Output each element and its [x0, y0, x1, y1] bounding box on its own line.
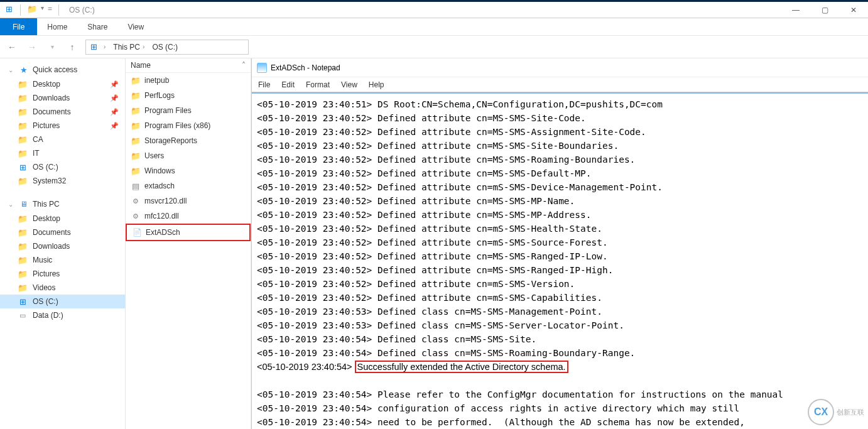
file-list[interactable]: Name ˄ inetpubPerfLogsProgram FilesProgr…: [126, 58, 251, 429]
folder-icon: [131, 90, 141, 100]
sidebar-item[interactable]: Pictures📌: [0, 119, 125, 133]
sidebar-item[interactable]: Music: [0, 253, 125, 267]
file-row[interactable]: Windows: [126, 163, 251, 178]
sidebar-item[interactable]: OS (C:): [0, 295, 125, 308]
address-bar[interactable]: › This PC› OS (C:): [85, 40, 249, 55]
osdisk-icon: [18, 162, 28, 172]
folder-icon: [18, 214, 28, 224]
close-button[interactable]: ✕: [839, 2, 868, 18]
breadcrumb-root[interactable]: ›: [101, 43, 108, 50]
explorer-titlebar: ▾ = OS (C:) — ▢ ✕: [0, 2, 868, 18]
sidebar-item-label: Music: [33, 256, 52, 264]
folder-icon: [18, 107, 28, 117]
sidebar-item-label: Downloads: [33, 94, 70, 102]
sidebar-item[interactable]: Desktop📌: [0, 77, 125, 91]
qat-equals-icon[interactable]: =: [48, 4, 52, 16]
minimize-button[interactable]: —: [781, 2, 810, 18]
sidebar-item-label: Pictures: [33, 269, 60, 278]
sidebar-item[interactable]: System32: [0, 174, 125, 188]
qat-dropdown-icon[interactable]: ▾: [41, 4, 44, 16]
file-name: Windows: [144, 166, 175, 175]
folder-icon: [18, 121, 28, 131]
maximize-button[interactable]: ▢: [810, 2, 839, 18]
file-row[interactable]: StorageReports: [126, 133, 251, 148]
app-icon: [4, 4, 14, 14]
menu-help[interactable]: Help: [369, 80, 384, 89]
column-header[interactable]: Name ˄: [126, 58, 251, 73]
file-row[interactable]: Program Files: [126, 103, 251, 118]
forward-button[interactable]: →: [25, 40, 39, 54]
menu-file[interactable]: File: [258, 80, 270, 89]
sidebar-item[interactable]: Downloads: [0, 239, 125, 253]
notepad-window: ExtADSch - Notepad File Edit Format View…: [251, 58, 868, 429]
home-tab[interactable]: Home: [37, 18, 77, 35]
folder-icon: [18, 227, 28, 237]
address-icon: [89, 42, 99, 52]
folder-icon: [131, 166, 141, 176]
recent-dropdown-icon[interactable]: ▾: [45, 40, 59, 54]
sidebar-item[interactable]: Videos: [0, 281, 125, 295]
dll-icon: [131, 196, 141, 206]
sidebar-item-label: Data (D:): [33, 311, 63, 320]
file-row[interactable]: inetpub: [126, 73, 251, 88]
sidebar-item-label: Desktop: [33, 214, 60, 223]
watermark: CX 创新互联: [808, 399, 864, 425]
this-pc-group[interactable]: ⌄ This PC: [0, 197, 125, 212]
sidebar-item[interactable]: Pictures: [0, 267, 125, 281]
qat-folder-icon[interactable]: [27, 4, 37, 14]
file-row[interactable]: mfc120.dll: [126, 209, 251, 224]
file-tab[interactable]: File: [0, 18, 37, 35]
sidebar-item[interactable]: CA: [0, 133, 125, 146]
folder-icon: [18, 269, 28, 279]
osdisk-icon: [18, 296, 28, 307]
up-button[interactable]: ↑: [65, 40, 79, 54]
sidebar-item-label: Desktop: [33, 80, 60, 89]
notepad-menubar: File Edit Format View Help: [252, 77, 868, 92]
view-tab[interactable]: View: [117, 18, 154, 35]
sidebar-item-label: OS (C:): [33, 297, 58, 306]
window-title: OS (C:): [69, 6, 95, 14]
folder-icon: [18, 79, 28, 89]
ribbon: File Home Share View: [0, 18, 868, 36]
notepad-titlebar: ExtADSch - Notepad: [252, 58, 868, 77]
file-row[interactable]: extadsch: [126, 178, 251, 193]
folder-icon: [18, 255, 28, 265]
pin-icon: 📌: [110, 80, 119, 89]
sidebar-item-label: CA: [33, 135, 43, 144]
folder-icon: [18, 176, 28, 186]
file-row[interactable]: msvcr120.dll: [126, 193, 251, 209]
file-row[interactable]: Users: [126, 148, 251, 163]
notepad-text-area[interactable]: <05-10-2019 23:40:51> DS Root:CN=Schema,…: [252, 92, 868, 429]
breadcrumb-item[interactable]: This PC›: [111, 43, 147, 52]
file-row[interactable]: ExtADSch: [126, 224, 251, 241]
menu-view[interactable]: View: [341, 80, 357, 89]
file-row[interactable]: Program Files (x86): [126, 118, 251, 133]
sidebar-item-label: Downloads: [33, 242, 70, 251]
sidebar-item[interactable]: Desktop: [0, 212, 125, 225]
menu-edit[interactable]: Edit: [281, 80, 295, 89]
file-name: msvcr120.dll: [144, 197, 187, 205]
quick-access-group[interactable]: ⌄ Quick access: [0, 62, 125, 77]
folder-icon: [131, 151, 141, 161]
file-row[interactable]: PerfLogs: [126, 88, 251, 103]
pc-icon: [19, 199, 29, 209]
sort-indicator-icon: ˄: [242, 61, 246, 70]
sidebar-item[interactable]: Documents📌: [0, 105, 125, 119]
back-button[interactable]: ←: [5, 40, 19, 54]
folder-icon: [131, 106, 141, 116]
sidebar-item[interactable]: IT: [0, 146, 125, 160]
file-name: ExtADSch: [146, 228, 180, 237]
sidebar-item[interactable]: Data (D:): [0, 308, 125, 322]
share-tab[interactable]: Share: [77, 18, 117, 35]
menu-format[interactable]: Format: [306, 80, 330, 89]
file-name: Users: [144, 151, 164, 160]
sidebar-item[interactable]: Documents: [0, 225, 125, 239]
file-icon: [131, 181, 141, 191]
sidebar-item[interactable]: Downloads📌: [0, 91, 125, 105]
navigation-pane[interactable]: ⌄ Quick access Desktop📌Downloads📌Documen…: [0, 58, 126, 429]
folder-icon: [131, 75, 141, 85]
sidebar-item-label: System32: [33, 176, 66, 185]
folder-icon: [18, 148, 28, 158]
sidebar-item[interactable]: OS (C:): [0, 160, 125, 174]
breadcrumb-item[interactable]: OS (C:): [149, 43, 180, 52]
